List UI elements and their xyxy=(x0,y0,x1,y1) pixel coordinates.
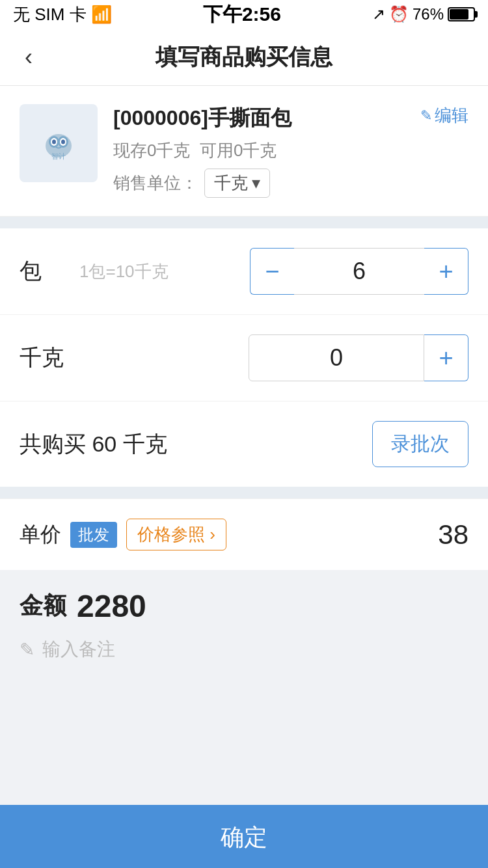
bao-quantity-input[interactable] xyxy=(294,248,424,295)
price-value: 38 xyxy=(438,519,468,550)
section-divider-1 xyxy=(0,217,488,228)
batch-tag: 批发 xyxy=(70,522,117,548)
amount-value: 2280 xyxy=(77,588,146,624)
battery-icon xyxy=(448,7,475,21)
price-section: 单价 批发 价格参照 › 38 xyxy=(0,498,488,570)
svg-text:智计: 智计 xyxy=(51,152,66,160)
amount-section: 金额 2280 ✎ 输入备注 xyxy=(0,570,488,675)
bao-minus-button[interactable]: − xyxy=(250,248,294,295)
status-time: 下午2:56 xyxy=(203,1,281,28)
product-image: 智计 xyxy=(20,104,98,182)
bao-plus-button[interactable]: + xyxy=(424,248,468,295)
confirm-button[interactable]: 确定 xyxy=(0,805,488,868)
input-section: 包 1包=10千克 − + 千克 + 共购买 60 千克 录批次 xyxy=(0,228,488,487)
product-card: 智计 [0000006]手撕面包 现存0千克 可用0千克 销售单位： 千克 ▾ … xyxy=(0,86,488,217)
price-label: 单价 xyxy=(20,521,61,549)
status-left: 无 SIM 卡 📶 xyxy=(13,3,112,26)
remark-row[interactable]: ✎ 输入备注 xyxy=(20,637,468,662)
kg-plus-button[interactable]: + xyxy=(424,334,468,381)
product-logo: 智计 xyxy=(39,124,78,163)
price-left: 单价 批发 价格参照 › xyxy=(20,519,226,550)
kg-input-row: 千克 + xyxy=(0,315,488,401)
record-batch-button[interactable]: 录批次 xyxy=(372,421,468,467)
dropdown-arrow-icon: ▾ xyxy=(252,173,260,193)
bao-input-row: 包 1包=10千克 − + xyxy=(0,228,488,315)
remark-icon: ✎ xyxy=(20,639,34,660)
kg-quantity-input[interactable] xyxy=(249,334,424,381)
empty-space xyxy=(0,675,488,805)
total-label: 共购买 60 千克 xyxy=(20,429,167,459)
alarm-icon: ⏰ xyxy=(389,5,409,23)
section-divider-2 xyxy=(0,487,488,498)
product-stock: 现存0千克 可用0千克 xyxy=(113,139,405,162)
price-ref-button[interactable]: 价格参照 › xyxy=(126,519,226,550)
total-row: 共购买 60 千克 录批次 xyxy=(0,401,488,487)
svg-point-5 xyxy=(52,140,56,144)
kg-label: 千克 xyxy=(20,343,72,373)
confirm-label: 确定 xyxy=(221,822,267,854)
amount-label: 金额 xyxy=(20,590,66,622)
kg-quantity-control: + xyxy=(249,334,468,381)
unit-select[interactable]: 千克 ▾ xyxy=(204,169,270,198)
status-bar: 无 SIM 卡 📶 下午2:56 ↗ ⏰ 76% xyxy=(0,0,488,29)
page-title: 填写商品购买信息 xyxy=(156,42,332,72)
back-button[interactable]: ‹ xyxy=(18,37,39,77)
bao-hint: 1包=10千克 xyxy=(79,260,250,283)
product-name: [0000006]手撕面包 xyxy=(113,104,405,133)
amount-row: 金额 2280 xyxy=(20,588,468,624)
status-right: ↗ ⏰ 76% xyxy=(372,5,475,23)
bao-quantity-control: − + xyxy=(250,248,468,295)
edit-button[interactable]: ✎ 编辑 xyxy=(420,104,468,127)
product-info: [0000006]手撕面包 现存0千克 可用0千克 销售单位： 千克 ▾ xyxy=(113,104,405,198)
location-icon: ↗ xyxy=(372,5,385,23)
bao-label: 包 xyxy=(20,256,72,286)
svg-point-6 xyxy=(61,140,65,144)
remark-placeholder: 输入备注 xyxy=(42,637,115,662)
product-unit-row: 销售单位： 千克 ▾ xyxy=(113,169,405,198)
edit-icon: ✎ xyxy=(420,107,432,124)
nav-bar: ‹ 填写商品购买信息 xyxy=(0,29,488,86)
battery-percent: 76% xyxy=(413,5,444,23)
